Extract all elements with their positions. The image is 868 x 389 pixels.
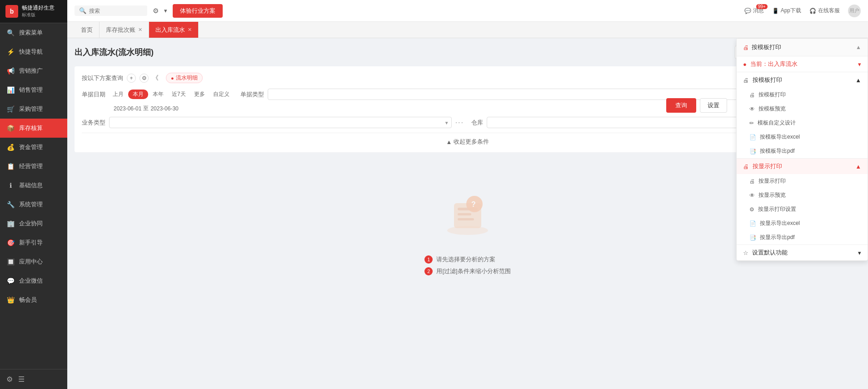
template-print-section: 🖨 按模板打印 ▲ 🖨 按模板打印 👁 按模板预览 ✏ 模板自定义设计 — [737, 72, 868, 159]
template-export-excel-item[interactable]: 📄 按模板导出excel — [737, 130, 868, 144]
settings-button[interactable]: 设置 — [700, 98, 727, 113]
filter-date-field: 单据日期 上月 本月 本年 近7天 更多 自定义 — [82, 90, 233, 99]
app-download-button[interactable]: 📱 App下载 — [772, 7, 801, 15]
settings-icon[interactable]: ⚙ — [153, 7, 159, 15]
template-print-icon: 🖨 — [743, 77, 749, 84]
tab-flow[interactable]: 出入库流水 ✕ — [149, 22, 199, 38]
template-print-header[interactable]: 🖨 按模板打印 ▲ — [737, 72, 868, 88]
trial-button[interactable]: 体验行业方案 — [173, 4, 223, 18]
empty-step-2: 2 用[过滤]条件来缩小分析范围 — [424, 267, 510, 275]
default-icon: ☆ — [743, 249, 748, 256]
query-button[interactable]: 查询 — [666, 98, 696, 113]
message-badge: 99+ — [756, 4, 768, 9]
tab-home[interactable]: 首页 — [75, 22, 100, 38]
filter-collapse-button[interactable]: 《 — [152, 74, 159, 82]
sidebar-bottom: ⚙ ☰ — [0, 369, 67, 389]
sidebar-item-marketing[interactable]: 📢 营销推广 — [0, 61, 67, 80]
display-print-settings-item[interactable]: ⚙ 按显示打印设置 — [737, 202, 868, 216]
sidebar-item-enterprise[interactable]: 🏢 企业协同 — [0, 214, 67, 233]
biz-type-more-button[interactable]: ··· — [455, 119, 464, 127]
menu-icon[interactable]: ☰ — [18, 375, 25, 384]
sidebar-scroll: 🔍 搜索菜单 ⚡ 快捷导航 📢 营销推广 📊 销售管理 🛒 采购管理 📦 库存核… — [0, 23, 67, 369]
search-icon: 🔍 — [6, 29, 15, 36]
sidebar-item-operations[interactable]: 📋 经营管理 — [0, 157, 67, 176]
template-print-item[interactable]: 🖨 按模板打印 — [737, 88, 868, 102]
filter-gear-button[interactable]: ⚙ — [140, 74, 149, 83]
preview-icon: 👁 — [749, 192, 755, 199]
sidebar-item-search[interactable]: 🔍 搜索菜单 — [0, 23, 67, 42]
crown-icon: 👑 — [6, 296, 15, 304]
sidebar-item-guide[interactable]: 🎯 新手引导 — [0, 233, 67, 252]
sidebar-item-app-center[interactable]: 🔲 应用中心 — [0, 252, 67, 271]
dropdown-current-item[interactable]: ● 当前：出入库流水 ▾ — [737, 56, 868, 72]
sidebar-item-label: 销售管理 — [19, 86, 43, 94]
sidebar-item-system[interactable]: 🔧 系统管理 — [0, 195, 67, 214]
dropdown-icon[interactable]: ▾ — [164, 7, 167, 14]
step-1-number: 1 — [424, 255, 433, 264]
dropdown-toggle-icon[interactable]: ▲ — [856, 44, 861, 50]
template-preview-item[interactable]: 👁 按模板预览 — [737, 102, 868, 116]
display-export-pdf-item[interactable]: 📑 按显示导出pdf — [737, 230, 868, 244]
sidebar-item-label: 营销推广 — [19, 67, 43, 75]
page-title: 出入库流水(流水明细) — [75, 47, 154, 58]
page-content: 出入库流水(流水明细) 🖨 按模板打印 ▲ 📤 导出 🔄 刷新 ✕ — [67, 38, 868, 389]
money-icon: 💰 — [6, 144, 15, 151]
sidebar-item-label: 资金管理 — [19, 143, 43, 151]
template-export-pdf-item[interactable]: 📑 按模板导出pdf — [737, 144, 868, 158]
sidebar-item-inventory[interactable]: 📦 库存核算 — [0, 119, 67, 138]
date-tab-more[interactable]: 更多 — [190, 90, 209, 99]
tab-stock[interactable]: 库存批次账 ✕ — [100, 22, 149, 38]
warehouse-label: 仓库 — [471, 119, 483, 127]
date-tab-custom[interactable]: 自定义 — [210, 90, 233, 99]
display-preview-item[interactable]: 👁 按显示预览 — [737, 188, 868, 202]
message-button[interactable]: 💬 消息 99+ — [744, 7, 764, 15]
print-dropdown-panel: 🖨 按模板打印 ▲ ● 当前：出入库流水 ▾ 🖨 按模板打印 ▲ — [736, 38, 868, 261]
message-icon: 💬 — [744, 8, 751, 14]
tab-flow-close[interactable]: ✕ — [188, 27, 192, 33]
excel-icon: 📄 — [749, 220, 756, 227]
sidebar-item-purchase[interactable]: 🛒 采购管理 — [0, 100, 67, 119]
date-tab-thismonth[interactable]: 本月 — [128, 90, 148, 99]
sidebar-item-quick-nav[interactable]: ⚡ 快捷导航 — [0, 42, 67, 61]
flash-icon: ⚡ — [6, 48, 15, 55]
date-tab-thisyear[interactable]: 本年 — [149, 90, 167, 99]
dropdown-footer[interactable]: ☆ 设置默认功能 ▾ — [737, 245, 868, 260]
avatar-text: 用户 — [849, 7, 859, 14]
date-tab-7days[interactable]: 近7天 — [168, 90, 190, 99]
tab-home-label: 首页 — [81, 26, 93, 34]
sidebar-item-label: 库存核算 — [19, 124, 43, 132]
pdf-icon: 📑 — [749, 148, 756, 155]
sidebar-item-finance[interactable]: 💰 资金管理 — [0, 138, 67, 157]
filter-add-button[interactable]: + — [127, 74, 136, 83]
phone-icon: 📱 — [772, 8, 779, 14]
sidebar-item-sales[interactable]: 📊 销售管理 — [0, 80, 67, 100]
building-icon: 🏢 — [6, 220, 15, 227]
sidebar-item-wechat[interactable]: 💬 企业微信 — [0, 271, 67, 290]
sidebar-item-label: 搜索菜单 — [19, 29, 43, 37]
settings-icon: ⚙ — [749, 206, 754, 213]
sidebar-item-label: 经营管理 — [19, 162, 43, 170]
empty-steps: 1 请先选择要分析的方案 2 用[过滤]条件来缩小分析范围 — [424, 255, 510, 279]
settings-icon[interactable]: ⚙ — [6, 375, 13, 384]
filter-chip[interactable]: ● 流水明细 — [166, 73, 203, 83]
sidebar-item-member[interactable]: 👑 畅会员 — [0, 290, 67, 309]
sidebar-item-basic-info[interactable]: ℹ 基础信息 — [0, 176, 67, 195]
dropdown-header: 🖨 按模板打印 ▲ — [737, 39, 868, 56]
current-icon: ● — [743, 61, 747, 68]
display-print-item[interactable]: 🖨 按显示打印 — [737, 174, 868, 188]
pdf-icon: 📑 — [749, 234, 756, 241]
company-name: 畅捷通好生意 — [22, 5, 55, 12]
topbar-search[interactable]: 🔍 — [75, 5, 147, 16]
tab-stock-close[interactable]: ✕ — [138, 27, 142, 33]
sidebar-item-label: 采购管理 — [19, 105, 43, 113]
search-input[interactable] — [89, 8, 143, 14]
online-service-button[interactable]: 🎧 在线客服 — [809, 7, 840, 15]
display-export-excel-item[interactable]: 📄 按显示导出excel — [737, 216, 868, 230]
display-print-icon: 🖨 — [743, 163, 749, 170]
biz-type-select[interactable] — [109, 117, 452, 128]
avatar[interactable]: 用户 — [848, 5, 861, 17]
online-service-label: 在线客服 — [818, 7, 840, 15]
template-design-item[interactable]: ✏ 模板自定义设计 — [737, 116, 868, 130]
display-print-header[interactable]: 🖨 按显示打印 ▲ — [737, 159, 868, 174]
date-tab-lastmonth[interactable]: 上月 — [109, 90, 127, 99]
